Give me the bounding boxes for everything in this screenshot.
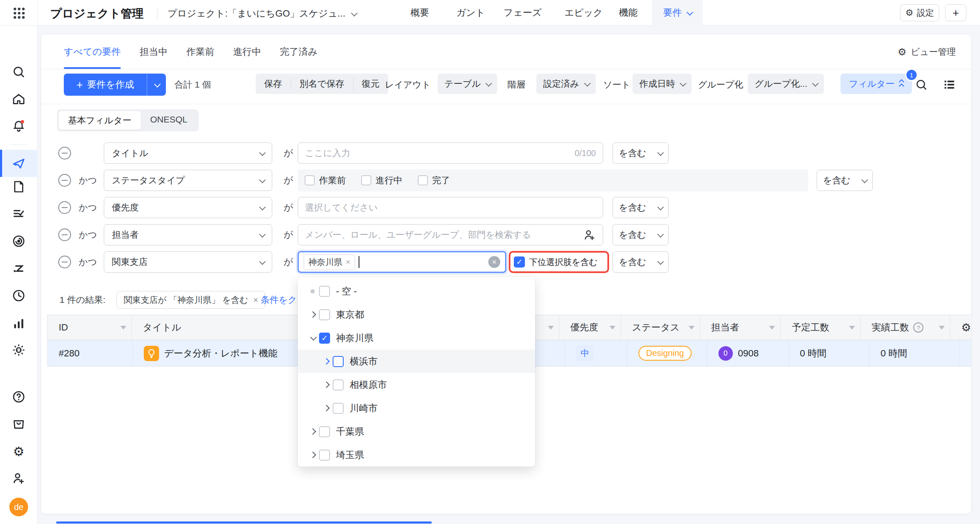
col-header-priority[interactable]: 優先度	[559, 315, 621, 340]
filter-toggle-button[interactable]: フィルター 1	[840, 74, 912, 94]
checkbox-done[interactable]: 完了	[418, 174, 450, 186]
include-children-checkbox[interactable]	[514, 256, 525, 268]
home-icon[interactable]	[0, 90, 37, 108]
col-header-id[interactable]: ID	[48, 315, 132, 340]
assignee-search-input[interactable]: メンバー、ロール、ユーザーグループ、部門を検索する	[298, 224, 603, 245]
clear-input-icon[interactable]: ×	[488, 256, 500, 268]
col-header-assignee[interactable]: 担当者	[700, 315, 781, 340]
operator-select[interactable]: を含む	[612, 142, 669, 164]
create-dropdown-caret[interactable]	[147, 74, 166, 96]
tab-assigned[interactable]: 担当中	[140, 34, 168, 69]
target-icon[interactable]	[0, 232, 37, 251]
checkbox-todo[interactable]: 作業前	[305, 174, 346, 186]
nav-gantt[interactable]: ガント	[456, 0, 485, 26]
clock-icon[interactable]	[0, 286, 37, 305]
checkbox-icon[interactable]	[333, 379, 344, 390]
sort-select[interactable]: 作成日時	[632, 74, 692, 94]
remove-condition-icon[interactable]	[58, 256, 71, 268]
checkbox-icon[interactable]	[319, 309, 330, 320]
mode-basic-filter[interactable]: 基本フィルター	[59, 111, 141, 130]
operator-select[interactable]: を含む	[612, 224, 669, 245]
nav-epic[interactable]: エピック	[564, 0, 603, 26]
help-icon[interactable]: ?	[913, 322, 923, 333]
field-select-kanto-branch[interactable]: 関東支店	[104, 251, 272, 273]
app-grid-icon[interactable]	[12, 6, 26, 20]
list-view-icon[interactable]	[940, 74, 959, 96]
save-button[interactable]: 保存	[256, 74, 291, 94]
tree-item-yokohama[interactable]: 横浜市	[298, 350, 535, 373]
expand-chevron-icon[interactable]	[306, 308, 319, 321]
checkbox-icon[interactable]	[333, 403, 344, 414]
add-button[interactable]: +	[945, 4, 966, 21]
marketplace-bag-icon[interactable]	[0, 414, 37, 433]
layout-select[interactable]: テーブル	[438, 74, 497, 94]
tree-item-empty[interactable]: - 空 -	[298, 279, 535, 303]
tree-item-kawasaki[interactable]: 川崎市	[298, 396, 535, 420]
mode-onesql[interactable]: ONESQL	[141, 111, 197, 130]
title-input[interactable]: ここに入力 0/100	[298, 142, 603, 164]
gear-icon[interactable]: ⚙	[961, 321, 971, 334]
filter-caret-icon[interactable]	[548, 326, 554, 330]
expand-chevron-icon[interactable]	[320, 355, 333, 368]
sidebar-item-project-active[interactable]	[0, 150, 37, 177]
checkbox-icon[interactable]	[333, 356, 344, 367]
active-condition-chip[interactable]: 関東支店が 「神奈川県」 を含む ×	[117, 291, 265, 309]
operator-select[interactable]: を含む	[612, 251, 669, 273]
bar-chart-icon[interactable]	[0, 314, 37, 333]
checkbox-in-progress[interactable]: 進行中	[361, 174, 402, 186]
add-member-icon[interactable]	[583, 228, 596, 241]
invite-user-icon[interactable]	[0, 469, 37, 487]
automation-gear-icon[interactable]	[0, 341, 37, 359]
project-selector[interactable]: プロジェクト:「まいにちGO」スケジュ...	[168, 7, 356, 20]
search-icon[interactable]	[912, 74, 931, 96]
create-requirement-main[interactable]: + 要件を作成	[64, 74, 147, 96]
remove-condition-icon[interactable]	[58, 174, 71, 187]
expand-chevron-icon[interactable]	[320, 402, 333, 415]
settings-gear-icon[interactable]: ⚙	[0, 442, 37, 461]
region-multiselect-input[interactable]: 神奈川県 × ×	[298, 251, 506, 273]
col-header-actual-hours[interactable]: 実績工数?	[860, 315, 950, 340]
remove-condition-icon[interactable]	[58, 201, 71, 214]
group-select[interactable]: グループ化...	[748, 74, 824, 94]
nav-phase[interactable]: フェーズ	[504, 0, 542, 26]
cell-priority[interactable]: 中	[565, 340, 627, 366]
tab-todo[interactable]: 作業前	[186, 34, 214, 69]
field-select-priority[interactable]: 優先度	[104, 197, 272, 218]
expand-chevron-icon[interactable]	[306, 449, 319, 461]
tree-item-saitama[interactable]: 埼玉県	[298, 443, 535, 467]
view-manage-button[interactable]: ⚙ ビュー管理	[897, 34, 956, 69]
field-select-status-type[interactable]: ステータスタイプ	[104, 170, 272, 191]
operator-select[interactable]: を含む	[817, 170, 873, 191]
tree-item-chiba[interactable]: 千葉県	[298, 420, 535, 443]
checkbox-icon[interactable]	[319, 450, 330, 461]
col-header-planned-hours[interactable]: 予定工数	[781, 315, 860, 340]
tree-item-kanagawa[interactable]: 神奈川県	[298, 326, 535, 350]
settings-button[interactable]: ⚙ 設定	[900, 4, 939, 21]
nav-overview[interactable]: 概要	[410, 0, 429, 26]
checklist-icon[interactable]	[0, 204, 37, 223]
col-header-settings[interactable]: ⚙	[950, 315, 971, 340]
tree-item-tokyo[interactable]: 東京都	[298, 303, 535, 326]
cell-assignee[interactable]: 0 0908	[707, 340, 789, 366]
filter-caret-icon[interactable]	[610, 326, 615, 330]
field-select-assignee[interactable]: 担当者	[104, 224, 272, 245]
col-header-status[interactable]: ステータス	[621, 315, 700, 340]
filter-caret-icon[interactable]	[769, 326, 775, 330]
collapse-chevron-icon[interactable]	[306, 332, 319, 345]
tree-item-sagamihara[interactable]: 相模原市	[298, 373, 535, 396]
user-avatar[interactable]: de	[9, 498, 28, 516]
remove-condition-icon[interactable]: ×	[254, 295, 259, 305]
notifications-bell-icon[interactable]	[0, 116, 37, 135]
horizontal-scrollbar[interactable]	[56, 521, 432, 524]
cell-status[interactable]: Designing	[627, 340, 707, 366]
checkbox-icon[interactable]	[319, 426, 330, 437]
create-requirement-button[interactable]: + 要件を作成	[64, 74, 166, 96]
field-select-title[interactable]: タイトル	[104, 142, 272, 164]
expand-chevron-icon[interactable]	[306, 425, 319, 438]
checkbox-icon[interactable]	[319, 333, 330, 344]
nav-feature[interactable]: 機能	[619, 0, 638, 26]
search-icon[interactable]	[0, 63, 37, 81]
tab-all-requirements[interactable]: すべての要件	[64, 34, 121, 69]
restore-button[interactable]: 復元	[353, 74, 388, 94]
filter-caret-icon[interactable]	[120, 326, 126, 330]
